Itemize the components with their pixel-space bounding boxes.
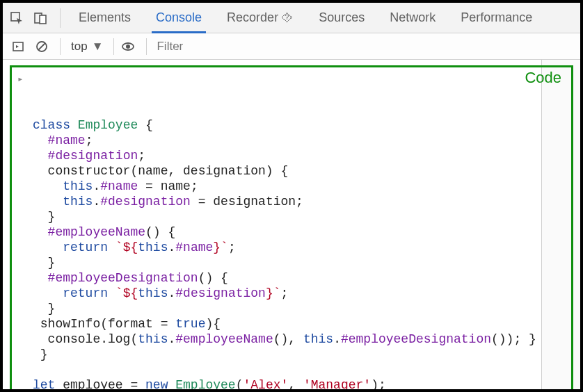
svg-point-7 xyxy=(126,44,130,49)
tab-network[interactable]: Network xyxy=(377,3,448,33)
tab-label: Elements xyxy=(79,10,131,25)
expand-caret-icon[interactable]: ▸ xyxy=(17,72,23,87)
tab-elements[interactable]: Elements xyxy=(66,3,143,33)
tab-performance[interactable]: Performance xyxy=(448,3,545,33)
context-label: top xyxy=(71,40,88,54)
tab-sources[interactable]: Sources xyxy=(306,3,377,33)
preview-icon: ⯑ xyxy=(281,10,294,25)
devtools-tabbar: Elements Console Recorder⯑ Sources Netwo… xyxy=(3,3,580,33)
tab-label: Console xyxy=(156,10,202,25)
tab-label: Performance xyxy=(461,10,532,25)
clear-console-icon[interactable] xyxy=(32,37,51,56)
divider xyxy=(146,38,147,55)
divider xyxy=(60,8,61,28)
tab-recorder[interactable]: Recorder⯑ xyxy=(214,3,306,33)
tab-console[interactable]: Console xyxy=(143,3,214,33)
toggle-sidebar-icon[interactable] xyxy=(8,37,28,56)
divider xyxy=(113,38,114,55)
inspect-element-icon[interactable] xyxy=(7,8,26,28)
svg-line-5 xyxy=(38,43,45,50)
svg-rect-2 xyxy=(40,15,46,24)
console-toolbar: top ▼ xyxy=(3,33,580,60)
divider xyxy=(60,38,61,55)
filter-input[interactable] xyxy=(151,37,575,56)
tab-label: Recorder xyxy=(227,10,278,25)
console-body: ▸ Code class Employee { #name; #designat… xyxy=(3,60,580,389)
console-input-code[interactable]: ▸ Code class Employee { #name; #designat… xyxy=(10,65,573,389)
tab-label: Sources xyxy=(319,10,365,25)
context-selector[interactable]: top ▼ xyxy=(65,38,109,56)
device-toolbar-icon[interactable] xyxy=(31,8,50,28)
chevron-down-icon: ▼ xyxy=(92,40,104,54)
tab-label: Network xyxy=(390,10,436,25)
code-annotation-label: Code xyxy=(525,70,561,85)
live-expression-icon[interactable] xyxy=(118,37,138,56)
